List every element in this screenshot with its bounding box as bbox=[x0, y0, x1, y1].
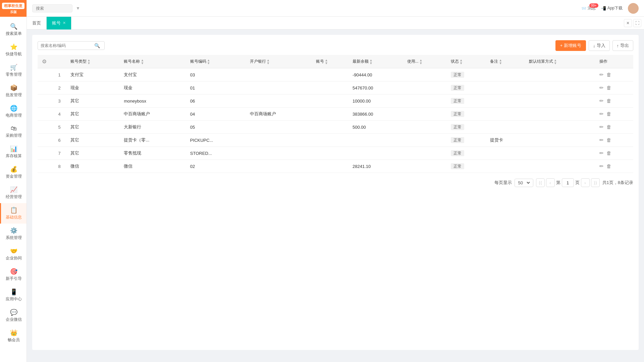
sidebar-item-vip-member[interactable]: 👑 畅会员 bbox=[0, 326, 26, 346]
col-note[interactable]: 备注 ▲▼ bbox=[487, 55, 526, 68]
add-account-button[interactable]: + 新增账号 bbox=[555, 40, 586, 51]
first-page-btn[interactable]: ⟨⟨ bbox=[536, 178, 545, 187]
sidebar-item-finance-mgmt[interactable]: 💰 资金管理 bbox=[0, 162, 26, 183]
tab-account-close[interactable]: ✕ bbox=[63, 21, 66, 25]
sidebar-item-system-mgmt[interactable]: ⚙️ 系统管理 bbox=[0, 224, 26, 244]
search-icon[interactable]: 🔍 bbox=[94, 43, 100, 48]
edit-btn[interactable]: ✏ bbox=[599, 85, 604, 91]
search-input[interactable] bbox=[41, 43, 94, 48]
page-label: 页 bbox=[575, 180, 580, 186]
sidebar-item-app-center[interactable]: 📱 应用中心 bbox=[0, 285, 26, 305]
sidebar-item-vip-member-label: 畅会员 bbox=[8, 337, 20, 343]
table-row: 3 其它 moneybosx 06 10000.00 正常 ✏ 🗑 bbox=[38, 95, 633, 108]
row-usage bbox=[405, 68, 448, 81]
sidebar-item-inventory[interactable]: 📊 库存核算 bbox=[0, 142, 26, 162]
col-account-name-sort: ▲▼ bbox=[141, 59, 144, 65]
row-note bbox=[487, 160, 526, 173]
sidebar-item-basic-info[interactable]: 📋 基础信息 bbox=[0, 203, 26, 224]
sidebar-item-wholesale-mgmt[interactable]: 📦 批发管理 bbox=[0, 81, 26, 101]
row-account-code: 03 bbox=[187, 68, 247, 81]
delete-btn[interactable]: 🗑 bbox=[606, 85, 611, 91]
tab-home-label: 首页 bbox=[32, 20, 41, 26]
col-account-no[interactable]: 账号 ▲▼ bbox=[313, 55, 350, 68]
row-account-name: 提货卡（零... bbox=[121, 134, 187, 147]
topbar-search-input[interactable] bbox=[32, 4, 72, 12]
quick-nav-icon: ⭐ bbox=[10, 43, 17, 51]
edit-btn[interactable]: ✏ bbox=[599, 111, 604, 117]
tab-expand-btn[interactable]: ⛶ bbox=[633, 19, 641, 27]
delete-btn[interactable]: 🗑 bbox=[606, 150, 611, 156]
delete-btn[interactable]: 🗑 bbox=[606, 163, 611, 169]
row-settings-cell bbox=[38, 81, 51, 95]
prev-page-btn[interactable]: ‹ bbox=[546, 178, 555, 187]
row-bank bbox=[247, 95, 313, 108]
user-avatar[interactable] bbox=[628, 3, 639, 14]
sidebar-item-enterprise-agreement[interactable]: 🤝 企业协同 bbox=[0, 244, 26, 264]
page-size-dropdown[interactable]: 50 100 bbox=[517, 180, 531, 186]
vip-member-icon: 👑 bbox=[10, 329, 17, 337]
col-account-no-label: 账号 bbox=[316, 59, 324, 64]
delete-btn[interactable]: 🗑 bbox=[606, 111, 611, 117]
delete-btn[interactable]: 🗑 bbox=[606, 98, 611, 104]
sidebar-item-quick-nav[interactable]: ⭐ 快捷导航 bbox=[0, 40, 26, 60]
row-latest-balance: 547670.00 bbox=[350, 81, 405, 95]
next-page-btn[interactable]: › bbox=[581, 178, 590, 187]
delete-btn[interactable]: 🗑 bbox=[606, 124, 611, 130]
delete-btn[interactable]: 🗑 bbox=[606, 72, 611, 78]
edit-btn[interactable]: ✏ bbox=[599, 72, 604, 78]
logo-text: 稻掌柜生意 bbox=[2, 3, 24, 9]
row-latest-balance bbox=[350, 134, 405, 147]
operations-mgmt-icon: 📈 bbox=[10, 186, 17, 193]
accounts-table: ⚙ 账号类型 ▲▼ 账号名称 bbox=[38, 55, 633, 173]
row-note: 提货卡 bbox=[487, 134, 526, 147]
edit-btn[interactable]: ✏ bbox=[599, 98, 604, 104]
col-latest-balance[interactable]: 最新余额 ▲▼ bbox=[350, 55, 405, 68]
topbar-dropdown-btn[interactable]: ▼ bbox=[76, 6, 80, 11]
sidebar-item-enterprise-wechat[interactable]: 💬 企业微信 bbox=[0, 305, 26, 326]
row-note bbox=[487, 147, 526, 160]
row-index: 3 bbox=[51, 95, 68, 108]
table-settings-icon[interactable]: ⚙ bbox=[42, 59, 47, 64]
search-box: 🔍 bbox=[38, 41, 105, 50]
col-default-settlement[interactable]: 默认结算方式 ▲▼ bbox=[526, 55, 597, 68]
sidebar-item-retail-mgmt[interactable]: 🛒 零售管理 bbox=[0, 60, 26, 81]
import-button[interactable]: ↓ 导入 bbox=[589, 40, 610, 51]
export-button[interactable]: ↑ 导出 bbox=[612, 40, 634, 51]
col-note-label: 备注 bbox=[490, 59, 498, 64]
tab-close-btn[interactable]: ✕ bbox=[624, 19, 632, 27]
row-settings-cell bbox=[38, 108, 51, 121]
col-default-settlement-label: 默认结算方式 bbox=[529, 59, 553, 64]
row-usage bbox=[405, 121, 448, 134]
sidebar-item-purchase-mgmt-label: 采购管理 bbox=[6, 133, 22, 138]
page-input[interactable] bbox=[562, 178, 574, 187]
tab-home[interactable]: 首页 bbox=[27, 17, 47, 29]
sidebar-item-purchase-mgmt[interactable]: 🛍 采购管理 bbox=[0, 122, 26, 142]
app-download-btn[interactable]: 📲 App下载 bbox=[601, 5, 623, 11]
msg-btn[interactable]: 📨 消息 99+ bbox=[581, 5, 596, 11]
sidebar-item-new-user-guide[interactable]: 🎯 新手引导 bbox=[0, 264, 26, 285]
col-account-code[interactable]: 账号编码 ▲▼ bbox=[187, 55, 247, 68]
col-account-name[interactable]: 账号名称 ▲▼ bbox=[121, 55, 187, 68]
sidebar-item-operations-mgmt[interactable]: 📈 经营管理 bbox=[0, 183, 26, 203]
tab-account[interactable]: 账号 ✕ bbox=[47, 17, 71, 29]
delete-btn[interactable]: 🗑 bbox=[606, 137, 611, 143]
sidebar-item-ecommerce-mgmt[interactable]: 🌐 电商管理 bbox=[0, 101, 26, 122]
edit-btn[interactable]: ✏ bbox=[599, 137, 604, 143]
last-page-btn[interactable]: ⟩⟩ bbox=[591, 178, 600, 187]
edit-btn[interactable]: ✏ bbox=[599, 124, 604, 130]
row-account-code: 02 bbox=[187, 160, 247, 173]
row-index: 8 bbox=[51, 160, 68, 173]
page-jump-prefix: 第 bbox=[556, 180, 560, 186]
sidebar-item-search-menu[interactable]: 🔍 搜索菜单 bbox=[0, 19, 26, 40]
col-account-type[interactable]: 账号类型 ▲▼ bbox=[68, 55, 121, 68]
edit-btn[interactable]: ✏ bbox=[599, 150, 604, 156]
col-status[interactable]: 状态 ▲▼ bbox=[448, 55, 488, 68]
row-settings-cell bbox=[38, 147, 51, 160]
col-bank[interactable]: 开户银行 ▲▼ bbox=[247, 55, 313, 68]
edit-btn[interactable]: ✏ bbox=[599, 163, 604, 169]
page-size-select[interactable]: 50 100 bbox=[515, 179, 533, 187]
col-usage[interactable]: 使用... ▲▼ bbox=[405, 55, 448, 68]
sidebar-item-quick-nav-label: 快捷导航 bbox=[6, 51, 22, 57]
row-note bbox=[487, 108, 526, 121]
col-account-type-label: 账号类型 bbox=[70, 59, 87, 64]
